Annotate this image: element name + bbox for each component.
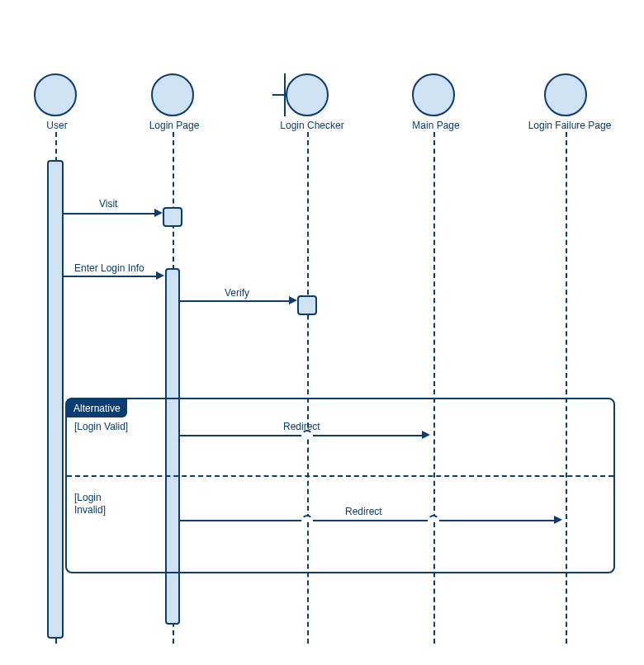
participant-checker-label: Login Checker — [272, 120, 352, 131]
message-enter-arrow — [156, 271, 164, 280]
alt-guard-invalid-line2: Invalid] — [74, 504, 106, 516]
message-redirect2-hop2 — [428, 515, 439, 521]
message-verify-line — [180, 300, 291, 302]
participant-user-head — [34, 73, 77, 116]
message-redirect2-seg3 — [439, 520, 556, 521]
activation-user — [47, 160, 64, 639]
message-redirect2-label: Redirect — [345, 506, 382, 517]
message-redirect2-arrow — [554, 516, 562, 524]
alt-frame — [65, 398, 615, 573]
alt-divider — [67, 475, 613, 477]
participant-mainpage-label: Main Page — [406, 120, 466, 131]
message-redirect1-label: Redirect — [283, 421, 320, 432]
alt-guard-valid: [Login Valid] — [74, 421, 128, 432]
participant-mainpage-head — [412, 73, 455, 116]
message-redirect1-arrow — [422, 431, 430, 439]
message-enter-line — [64, 276, 158, 277]
alt-guard-invalid-line1: [Login — [74, 492, 102, 503]
message-verify-label: Verify — [225, 287, 249, 299]
activation-loginpage-1 — [163, 207, 182, 227]
message-enter-label: Enter Login Info — [74, 262, 144, 274]
participant-failure-head — [544, 73, 587, 116]
participant-loginpage-label: Login Page — [144, 120, 204, 131]
participant-failure-label: Login Failure Page — [520, 120, 619, 131]
participant-loginpage-head — [151, 73, 194, 116]
message-redirect1-seg2 — [313, 435, 424, 436]
message-verify-arrow — [289, 296, 297, 304]
alt-tab: Alternative — [67, 399, 127, 417]
participant-user-label: User — [37, 120, 77, 131]
message-redirect1-hop — [301, 430, 313, 436]
message-redirect2-seg2 — [313, 520, 429, 521]
message-redirect2-seg1 — [180, 520, 302, 521]
message-visit-line — [64, 213, 156, 215]
message-visit-arrow — [154, 209, 163, 217]
message-visit-label: Visit — [99, 198, 117, 210]
message-redirect1-seg1 — [180, 435, 302, 436]
message-redirect2-hop1 — [301, 515, 313, 521]
activation-checker — [297, 295, 317, 315]
participant-checker-head — [286, 73, 329, 116]
